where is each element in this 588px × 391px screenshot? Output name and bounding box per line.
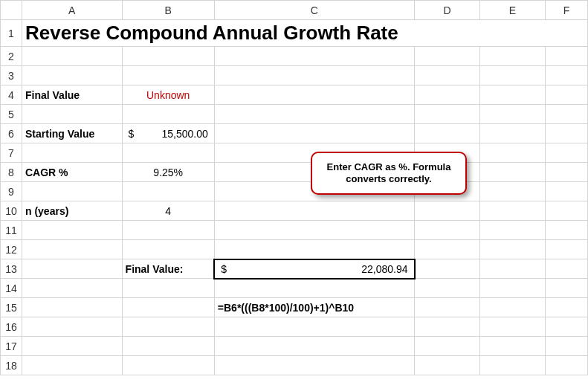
cell-B2[interactable]	[122, 47, 214, 66]
cell-A18[interactable]	[22, 356, 122, 375]
cell-B5[interactable]	[122, 105, 214, 124]
cell-E3[interactable]	[480, 66, 546, 85]
row-header-7[interactable]: 7	[1, 143, 22, 163]
cell-E13[interactable]	[480, 259, 546, 279]
cell-A7[interactable]	[22, 143, 122, 163]
title-cell[interactable]: Reverse Compound Annual Growth Rate	[22, 20, 587, 47]
cell-B11[interactable]	[122, 221, 214, 240]
cell-A9[interactable]	[22, 182, 122, 201]
cell-C12[interactable]	[214, 240, 414, 259]
cell-F5[interactable]	[546, 105, 588, 124]
cell-A16[interactable]	[22, 317, 122, 337]
row-header-15[interactable]: 15	[1, 298, 22, 317]
cell-A17[interactable]	[22, 337, 122, 356]
cell-A11[interactable]	[22, 221, 122, 240]
cell-D16[interactable]	[415, 317, 480, 337]
cell-D10[interactable]	[415, 201, 480, 221]
value-final-value-status[interactable]: Unknown	[122, 85, 214, 105]
cell-A13[interactable]	[22, 259, 122, 279]
cell-B12[interactable]	[122, 240, 214, 259]
row-header-13[interactable]: 13	[1, 259, 22, 279]
cell-E2[interactable]	[480, 47, 546, 66]
cell-D18[interactable]	[415, 356, 480, 375]
label-n-years[interactable]: n (years)	[22, 201, 122, 221]
cell-D11[interactable]	[415, 221, 480, 240]
value-starting-value[interactable]: $ 15,500.00	[122, 124, 214, 143]
cell-A14[interactable]	[22, 279, 122, 298]
cell-E4[interactable]	[480, 85, 546, 105]
select-all-corner[interactable]	[1, 1, 22, 20]
cell-C10[interactable]	[214, 201, 414, 221]
cell-B9[interactable]	[122, 182, 214, 201]
cell-B15[interactable]	[122, 298, 214, 317]
col-header-B[interactable]: B	[122, 1, 214, 20]
row-header-5[interactable]: 5	[1, 105, 22, 124]
cell-E9[interactable]	[480, 182, 546, 201]
cell-E15[interactable]	[480, 298, 546, 317]
cell-E5[interactable]	[480, 105, 546, 124]
label-final-value-result[interactable]: Final Value:	[122, 259, 214, 279]
cell-F8[interactable]	[546, 163, 588, 182]
cell-E18[interactable]	[480, 356, 546, 375]
cell-C6[interactable]	[214, 124, 414, 143]
cell-B17[interactable]	[122, 337, 214, 356]
cell-C3[interactable]	[214, 66, 414, 85]
cell-D14[interactable]	[415, 279, 480, 298]
value-cagr[interactable]: 9.25%	[122, 163, 214, 182]
cell-C17[interactable]	[214, 337, 414, 356]
cell-C11[interactable]	[214, 221, 414, 240]
row-header-16[interactable]: 16	[1, 317, 22, 337]
col-header-E[interactable]: E	[480, 1, 546, 20]
label-final-value[interactable]: Final Value	[22, 85, 122, 105]
row-header-18[interactable]: 18	[1, 356, 22, 375]
cell-B16[interactable]	[122, 317, 214, 337]
cell-A2[interactable]	[22, 47, 122, 66]
cell-F17[interactable]	[546, 337, 588, 356]
row-header-17[interactable]: 17	[1, 337, 22, 356]
cell-B18[interactable]	[122, 356, 214, 375]
value-final-result[interactable]: $ 22,080.94	[214, 259, 414, 279]
row-header-2[interactable]: 2	[1, 47, 22, 66]
cell-D4[interactable]	[415, 85, 480, 105]
cell-E10[interactable]	[480, 201, 546, 221]
cell-C14[interactable]	[214, 279, 414, 298]
cell-D12[interactable]	[415, 240, 480, 259]
cell-F18[interactable]	[546, 356, 588, 375]
cell-D15[interactable]	[415, 298, 480, 317]
cell-C5[interactable]	[214, 105, 414, 124]
cell-C16[interactable]	[214, 317, 414, 337]
cell-E8[interactable]	[480, 163, 546, 182]
label-starting-value[interactable]: Starting Value	[22, 124, 122, 143]
cell-A15[interactable]	[22, 298, 122, 317]
col-header-A[interactable]: A	[22, 1, 122, 20]
cell-E6[interactable]	[480, 124, 546, 143]
cell-D3[interactable]	[415, 66, 480, 85]
cell-A3[interactable]	[22, 66, 122, 85]
cell-F16[interactable]	[546, 317, 588, 337]
cell-E12[interactable]	[480, 240, 546, 259]
cell-D13[interactable]	[415, 259, 480, 279]
cell-E17[interactable]	[480, 337, 546, 356]
row-header-4[interactable]: 4	[1, 85, 22, 105]
cell-F6[interactable]	[546, 124, 588, 143]
cell-A12[interactable]	[22, 240, 122, 259]
row-header-3[interactable]: 3	[1, 66, 22, 85]
cell-D17[interactable]	[415, 337, 480, 356]
cell-F4[interactable]	[546, 85, 588, 105]
cell-E11[interactable]	[480, 221, 546, 240]
col-header-C[interactable]: C	[214, 1, 414, 20]
cell-F2[interactable]	[546, 47, 588, 66]
cell-D5[interactable]	[415, 105, 480, 124]
row-header-1[interactable]: 1	[1, 20, 22, 47]
col-header-F[interactable]: F	[546, 1, 588, 20]
cell-F12[interactable]	[546, 240, 588, 259]
cell-B14[interactable]	[122, 279, 214, 298]
cell-C2[interactable]	[214, 47, 414, 66]
label-cagr[interactable]: CAGR %	[22, 163, 122, 182]
cell-B7[interactable]	[122, 143, 214, 163]
cell-D2[interactable]	[415, 47, 480, 66]
cell-F13[interactable]	[546, 259, 588, 279]
cell-B3[interactable]	[122, 66, 214, 85]
cell-C4[interactable]	[214, 85, 414, 105]
cell-F7[interactable]	[546, 143, 588, 163]
